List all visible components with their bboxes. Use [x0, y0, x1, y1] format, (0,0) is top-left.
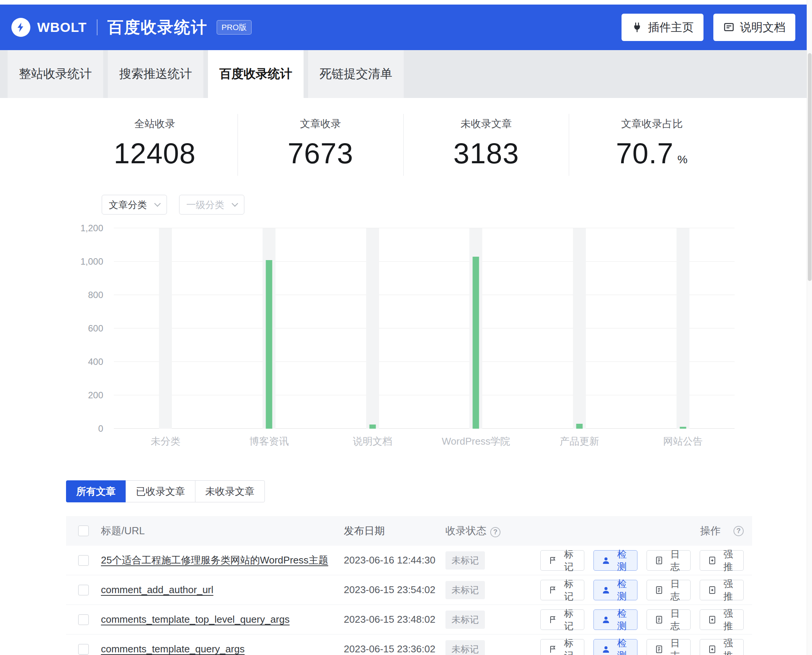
mark-button[interactable]: 标记: [540, 609, 584, 630]
log-button[interactable]: 日志: [647, 550, 691, 571]
stat-unit: %: [677, 153, 688, 166]
row-title-cell: comments_template_top_level_query_args: [101, 614, 344, 625]
list-tab-indexed-posts[interactable]: 已收录文章: [126, 480, 195, 502]
row-actions: 标记 检测 日志 强推: [540, 639, 752, 655]
actions-help-icon[interactable]: ?: [733, 526, 744, 536]
table-row: comment_add_author_url 2023-06-15 23:54:…: [66, 575, 752, 605]
header-index-status-label: 收录状态: [445, 525, 486, 537]
tab-baidu-index-stats[interactable]: 百度收录统计: [208, 50, 304, 98]
chart-plot: 未分类博客资讯说明文档WordPress学院产品更新网站公告: [114, 228, 735, 429]
push-button-label: 强推: [721, 607, 736, 632]
log-button[interactable]: 日志: [647, 580, 691, 600]
tab-site-index-stats[interactable]: 整站收录统计: [8, 50, 103, 98]
header-title-url: 标题/URL: [101, 524, 344, 538]
wbolt-logo: [11, 18, 30, 37]
user-icon: [601, 615, 611, 624]
lightning-bolt-icon: [15, 22, 27, 33]
log-button-label: 日志: [667, 578, 683, 603]
stat-posts-not-indexed: 未收录文章 3183: [404, 114, 569, 176]
mark-button[interactable]: 标记: [540, 639, 584, 655]
plugin-icon: [631, 22, 643, 33]
pro-version-badge: PRO版: [217, 20, 252, 35]
check-button[interactable]: 检测: [593, 550, 637, 571]
push-button[interactable]: 强推: [700, 550, 744, 571]
scrollbar-thumb[interactable]: [808, 53, 812, 281]
header-publish-date: 发布日期: [344, 524, 445, 538]
select-all-checkbox[interactable]: [78, 526, 89, 536]
category-level-value: 一级分类: [186, 199, 224, 211]
row-title-link[interactable]: comments_template_top_level_query_args: [101, 614, 290, 625]
scrollbar[interactable]: [807, 0, 812, 655]
stat-label: 文章收录: [238, 117, 403, 131]
row-checkbox[interactable]: [78, 644, 89, 655]
mark-button-label: 标记: [561, 637, 576, 655]
chart-bar[interactable]: [473, 257, 479, 429]
docs-button[interactable]: 说明文档: [713, 14, 795, 41]
mark-button-label: 标记: [561, 578, 576, 603]
chart-category-label: 未分类: [151, 435, 180, 448]
log-icon: [655, 615, 664, 624]
stat-index-ratio: 文章收录占比 70.7%: [569, 114, 735, 176]
check-button-label: 检测: [614, 578, 629, 603]
row-checkbox[interactable]: [78, 614, 89, 625]
row-publish-date: 2023-06-15 23:54:02: [344, 584, 445, 596]
plugin-home-button[interactable]: 插件主页: [622, 14, 703, 41]
flag-icon: [548, 615, 557, 624]
check-button[interactable]: 检测: [593, 609, 637, 630]
row-checkbox[interactable]: [78, 555, 89, 566]
push-button[interactable]: 强推: [700, 609, 744, 630]
tab-search-push-stats[interactable]: 搜索推送统计: [108, 50, 203, 98]
chart-y-tick-label: 1,200: [80, 223, 103, 234]
chart-bar[interactable]: [680, 427, 686, 429]
chart-bar[interactable]: [266, 260, 272, 429]
log-button[interactable]: 日志: [647, 639, 691, 655]
mark-button[interactable]: 标记: [540, 580, 584, 600]
row-title-cell: 25个适合工程施工修理服务类网站的WordPress主题: [101, 554, 344, 567]
log-button[interactable]: 日志: [647, 609, 691, 630]
chart-column: 网站公告: [631, 228, 735, 429]
category-level-select[interactable]: 一级分类: [179, 195, 244, 215]
row-status-cell: 未标记: [445, 551, 540, 570]
row-title-link[interactable]: comment_add_author_url: [101, 584, 213, 595]
article-list-tabs: 所有文章 已收录文章 未收录文章: [66, 480, 807, 502]
chart-background-band: [366, 228, 379, 429]
header-checkbox-cell: [66, 526, 101, 536]
row-status-cell: 未标记: [445, 611, 540, 629]
push-button[interactable]: 强推: [700, 580, 744, 600]
chart-bar[interactable]: [576, 424, 583, 429]
chart-background-band: [573, 228, 586, 429]
chart-column: 说明文档: [321, 228, 424, 429]
row-actions: 标记 检测 日志 强推: [540, 550, 752, 571]
chart-bar[interactable]: [369, 425, 376, 429]
status-help-icon[interactable]: ?: [490, 527, 500, 537]
tab-dead-link-list[interactable]: 死链提交清单: [308, 50, 404, 98]
table-body: 25个适合工程施工修理服务类网站的WordPress主题 2023-06-16 …: [66, 546, 752, 655]
row-actions: 标记 检测 日志 强推: [540, 580, 752, 600]
stat-label: 全站收录: [72, 117, 238, 131]
row-title-link[interactable]: 25个适合工程施工修理服务类网站的WordPress主题: [101, 554, 328, 566]
log-button-label: 日志: [667, 607, 683, 632]
user-icon: [601, 645, 611, 654]
stat-value: 70.7%: [569, 137, 735, 170]
row-title-link[interactable]: comments_template_query_args: [101, 643, 245, 655]
push-icon: [708, 586, 717, 595]
category-type-select[interactable]: 文章分类: [102, 195, 167, 215]
row-title-cell: comment_add_author_url: [101, 584, 344, 596]
row-actions: 标记 检测 日志 强推: [540, 609, 752, 630]
check-button[interactable]: 检测: [593, 580, 637, 600]
mark-button-label: 标记: [561, 607, 576, 632]
list-tab-all-posts[interactable]: 所有文章: [66, 480, 126, 502]
check-button[interactable]: 检测: [593, 639, 637, 655]
mark-button[interactable]: 标记: [540, 550, 584, 571]
log-icon: [655, 645, 664, 654]
push-button[interactable]: 强推: [700, 639, 744, 655]
user-icon: [601, 586, 611, 595]
chart-y-tick-label: 600: [88, 323, 103, 334]
chart-category-label: 产品更新: [560, 435, 599, 448]
chart-column: 产品更新: [528, 228, 631, 429]
list-tab-not-indexed-posts[interactable]: 未收录文章: [195, 480, 265, 502]
chart-y-tick-label: 400: [88, 357, 103, 367]
row-checkbox[interactable]: [78, 585, 89, 595]
check-button-label: 检测: [614, 607, 629, 632]
push-icon: [708, 615, 717, 624]
